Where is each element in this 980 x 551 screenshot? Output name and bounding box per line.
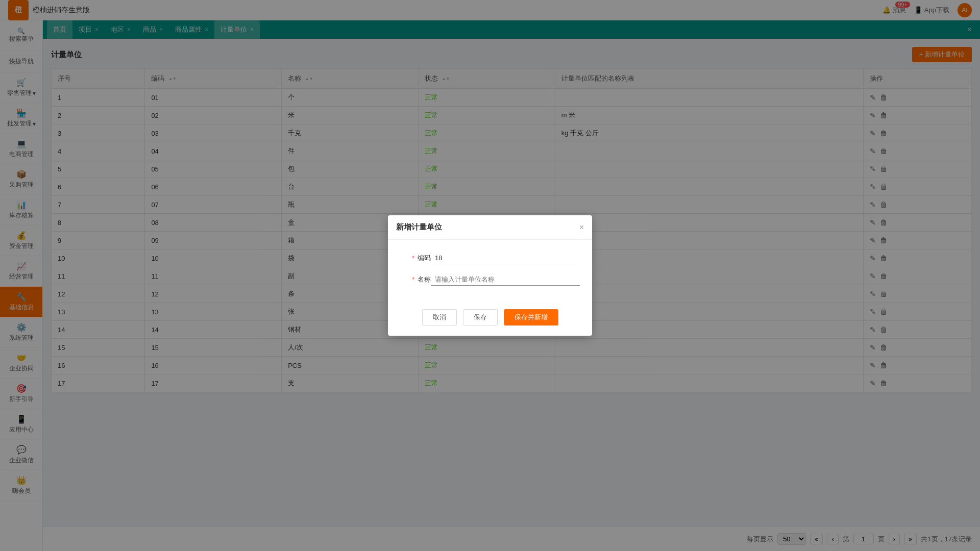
modal-header: 新增计量单位 ×	[388, 215, 592, 240]
modal-title: 新增计量单位	[396, 222, 442, 232]
name-label: * 名称	[400, 275, 431, 284]
modal-footer: 取消 保存 保存并新增	[388, 303, 592, 336]
add-unit-modal: 新增计量单位 × * 编码 * 名称 取消 保存 保存并新增	[388, 215, 592, 336]
code-input[interactable]	[431, 252, 580, 264]
modal-body: * 编码 * 名称	[388, 240, 592, 303]
required-mark-code: *	[412, 254, 414, 262]
save-and-new-button[interactable]: 保存并新增	[504, 309, 558, 325]
modal-overlay: 新增计量单位 × * 编码 * 名称 取消 保存 保存并新增	[0, 0, 980, 551]
modal-close-button[interactable]: ×	[579, 223, 584, 232]
save-button[interactable]: 保存	[463, 309, 498, 325]
cancel-button[interactable]: 取消	[422, 309, 457, 325]
name-input[interactable]	[431, 273, 580, 286]
form-row-code: * 编码	[400, 252, 580, 264]
form-row-name: * 名称	[400, 273, 580, 286]
code-label: * 编码	[400, 254, 431, 263]
required-mark-name: *	[412, 276, 414, 283]
